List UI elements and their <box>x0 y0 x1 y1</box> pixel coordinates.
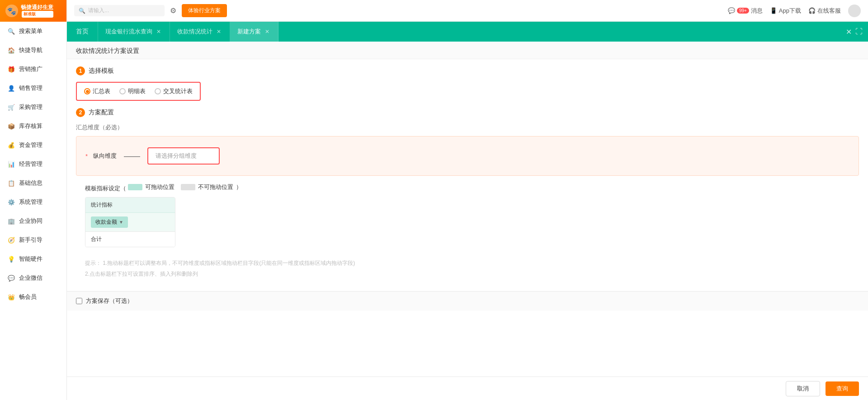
cancel-button[interactable]: 取消 <box>786 381 820 396</box>
sidebar-item-guide[interactable]: 🧭 新手引导 <box>0 231 66 249</box>
tab-new-plan-label: 新建方案 <box>237 28 261 36</box>
dimension-select[interactable]: 请选择分组维度 <box>147 147 220 165</box>
movable-legend-label: 可拖动位置 <box>145 183 175 191</box>
message-btn[interactable]: 💬 99+ 消息 <box>728 7 763 15</box>
sidebar-item-label: 销售管理 <box>19 84 42 92</box>
query-button[interactable]: 查询 <box>826 381 859 396</box>
tips-section: 提示： 1.拖动标题栏可以调整布局，不可跨维度或指标区域拖动栏目字段(只能在同一… <box>76 249 859 284</box>
top-header: 🔍 请输入... ⚙ 体验行业方案 💬 99+ 消息 📱 App下载 🎧 在线客… <box>67 0 868 22</box>
download-icon: 📱 <box>770 7 777 14</box>
radio-summary-label: 汇总表 <box>93 87 110 95</box>
dimension-box: * 纵向维度 —— 请选择分组维度 <box>76 136 859 176</box>
radio-summary[interactable]: 汇总表 <box>84 87 110 95</box>
tab-home[interactable]: 首页 <box>67 22 98 42</box>
tab-new-plan-close[interactable]: ✕ <box>264 28 271 35</box>
sidebar-item-hardware[interactable]: 💡 智能硬件 <box>0 249 66 268</box>
sidebar-item-label: 资金管理 <box>19 141 42 149</box>
sidebar-item-label: 搜索菜单 <box>19 27 42 35</box>
section2-label: 方案配置 <box>89 108 114 117</box>
radio-cross[interactable]: 交叉统计表 <box>155 87 193 95</box>
page-header: 收款情况统计方案设置 <box>67 42 868 59</box>
tab-close-all-btn[interactable]: ✕ <box>846 28 852 36</box>
message-label: 消息 <box>751 7 763 15</box>
enterprise-icon: 🏢 <box>7 217 15 225</box>
settings-icon[interactable]: ⚙ <box>170 6 176 15</box>
metrics-label: 模板指标设定（ 可拖动位置 不可拖动位置 ） <box>85 183 850 193</box>
logo-badge: 标准版 <box>22 11 53 18</box>
sidebar-item-label: 营销推广 <box>19 65 42 73</box>
page-wrapper: 收款情况统计方案设置 1 选择模板 汇总表 <box>67 42 868 376</box>
tab-bank-flow[interactable]: 现金银行流水查询 ✕ <box>98 22 170 42</box>
search-icon: 🔍 <box>7 27 15 35</box>
sidebar-item-marketing[interactable]: 🎁 营销推广 <box>0 60 66 79</box>
sidebar-item-label: 基础信息 <box>19 179 42 187</box>
metrics-section: 模板指标设定（ 可拖动位置 不可拖动位置 ） 统计指标 <box>76 183 859 249</box>
radio-cross-label: 交叉统计表 <box>163 87 193 95</box>
metrics-total: 合计 <box>85 232 175 247</box>
sidebar-item-member[interactable]: 👑 畅会员 <box>0 287 66 306</box>
chevron-down-icon[interactable]: ▼ <box>119 220 123 225</box>
arrow-icon: —— <box>124 151 140 161</box>
radio-summary-circle <box>84 88 90 94</box>
user-avatar[interactable] <box>848 5 861 17</box>
sidebar-item-label: 快捷导航 <box>19 46 42 54</box>
gear-icon: ⚙️ <box>7 198 15 206</box>
section-template: 1 选择模板 汇总表 明细表 <box>67 59 868 108</box>
metrics-item-label: 收款金额 <box>95 218 117 226</box>
tab-collection-stats-close[interactable]: ✕ <box>215 28 222 35</box>
footer-section: 方案保存（可选） <box>67 291 868 311</box>
crown-icon: 👑 <box>7 293 15 301</box>
sidebar-item-label: 新手引导 <box>19 236 42 244</box>
tab-bank-flow-close[interactable]: ✕ <box>155 28 162 35</box>
app-download-label: App下载 <box>779 7 801 15</box>
template-selector: 汇总表 明细表 交叉统计表 <box>76 82 201 101</box>
sidebar-item-funds[interactable]: 💰 资金管理 <box>0 136 66 155</box>
sidebar-item-sales[interactable]: 👤 销售管理 <box>0 79 66 98</box>
sidebar-item-quick-nav[interactable]: 🏠 快捷导航 <box>0 41 66 60</box>
sidebar-item-system[interactable]: ⚙️ 系统管理 <box>0 193 66 212</box>
radio-summary-dot <box>86 90 89 93</box>
metrics-item-collection[interactable]: 收款金额 ▼ <box>91 216 128 228</box>
try-industry-btn[interactable]: 体验行业方案 <box>182 4 227 17</box>
dimension-row: * 纵向维度 —— 请选择分组维度 <box>85 147 849 165</box>
section2-title: 2 方案配置 <box>76 108 859 117</box>
section1-title: 1 选择模板 <box>76 66 859 75</box>
money-icon: 💰 <box>7 141 15 149</box>
tip-1: 提示： 1.拖动标题栏可以调整布局，不可跨维度或指标区域拖动栏目字段(只能在同一… <box>85 258 850 268</box>
guide-icon: 🧭 <box>7 236 15 244</box>
app-download-btn[interactable]: 📱 App下载 <box>770 7 801 15</box>
chart-icon: 📊 <box>7 160 15 168</box>
search-placeholder-text: 请输入... <box>88 7 109 14</box>
radio-detail[interactable]: 明细表 <box>119 87 146 95</box>
save-checkbox[interactable] <box>76 298 82 304</box>
sidebar-nav: 🔍 搜索菜单 🏠 快捷导航 🎁 营销推广 👤 销售管理 🛒 采购管理 📦 库存核… <box>0 22 66 400</box>
service-label: 在线客服 <box>817 7 841 15</box>
metrics-legend: 可拖动位置 不可拖动位置 ） <box>128 183 242 191</box>
section1-num: 1 <box>76 66 85 75</box>
sidebar-item-operations[interactable]: 📊 经营管理 <box>0 155 66 174</box>
metrics-label-close: ） <box>236 183 242 191</box>
tip-2: 2.点击标题栏下拉可设置排序、插入列和删除列 <box>85 268 850 279</box>
box-icon: 📦 <box>7 122 15 130</box>
metrics-row: 收款金额 ▼ <box>85 213 175 232</box>
online-service-btn[interactable]: 🎧 在线客服 <box>808 7 841 15</box>
sidebar-item-search[interactable]: 🔍 搜索菜单 <box>0 22 66 41</box>
sidebar-item-purchase[interactable]: 🛒 采购管理 <box>0 98 66 117</box>
sidebar-item-enterprise[interactable]: 🏢 企业协同 <box>0 212 66 231</box>
tab-new-plan[interactable]: 新建方案 ✕ <box>230 22 278 42</box>
sidebar-item-label: 经营管理 <box>19 160 42 168</box>
vertical-dimension-label: 纵向维度 <box>93 152 117 160</box>
tab-collection-stats[interactable]: 收款情况统计 ✕ <box>170 22 230 42</box>
dimension-label-text: 汇总维度（必选） <box>76 124 123 131</box>
radio-detail-label: 明细表 <box>128 87 146 95</box>
gift-icon: 🎁 <box>7 65 15 73</box>
sidebar-item-basic-info[interactable]: 📋 基础信息 <box>0 174 66 193</box>
header-search[interactable]: 🔍 请输入... <box>74 5 165 16</box>
tab-expand-btn[interactable]: ⛶ <box>855 28 863 36</box>
sidebar-item-wechat[interactable]: 💬 企业微信 <box>0 268 66 287</box>
sidebar: 🐾 畅捷通好生意 标准版 🔍 搜索菜单 🏠 快捷导航 🎁 营销推广 👤 销售管理… <box>0 0 67 400</box>
sidebar-item-inventory[interactable]: 📦 库存核算 <box>0 117 66 136</box>
section2-num: 2 <box>76 108 85 117</box>
radio-detail-circle <box>119 88 126 94</box>
dimension-config-label: 汇总维度（必选） <box>76 123 859 132</box>
